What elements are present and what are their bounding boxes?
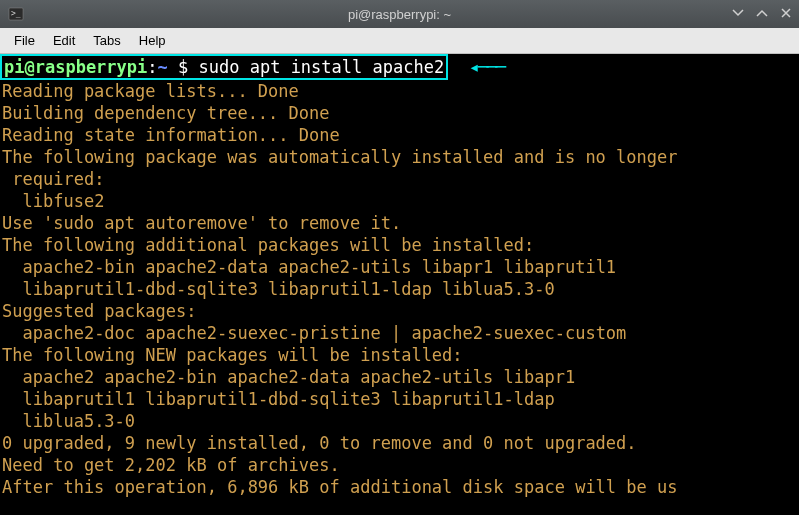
- prompt-dollar: $: [168, 57, 199, 77]
- menubar: File Edit Tabs Help: [0, 28, 799, 54]
- output-line: 0 upgraded, 9 newly installed, 0 to remo…: [0, 432, 799, 454]
- output-line: apache2-doc apache2-suexec-pristine | ap…: [0, 322, 799, 344]
- output-line: The following additional packages will b…: [0, 234, 799, 256]
- menu-tabs[interactable]: Tabs: [85, 29, 128, 52]
- prompt-colon: :: [147, 57, 157, 77]
- command-text: sudo apt install apache2: [199, 57, 445, 77]
- output-line: The following package was automatically …: [0, 146, 799, 168]
- output-line: Need to get 2,202 kB of archives.: [0, 454, 799, 476]
- menu-edit[interactable]: Edit: [45, 29, 83, 52]
- terminal-app-icon: >_: [8, 6, 24, 22]
- menu-help[interactable]: Help: [131, 29, 174, 52]
- command-highlight-box: pi@raspberrypi:~ $ sudo apt install apac…: [0, 54, 448, 80]
- window-title: pi@raspberrypi: ~: [348, 7, 451, 22]
- output-line: apache2-bin apache2-data apache2-utils l…: [0, 256, 799, 278]
- output-line: required:: [0, 168, 799, 190]
- prompt-path: ~: [158, 57, 168, 77]
- output-line: libaprutil1 libaprutil1-dbd-sqlite3 liba…: [0, 388, 799, 410]
- output-line: Use 'sudo apt autoremove' to remove it.: [0, 212, 799, 234]
- output-line: Reading state information... Done: [0, 124, 799, 146]
- output-line: libaprutil1-dbd-sqlite3 libaprutil1-ldap…: [0, 278, 799, 300]
- output-line: liblua5.3-0: [0, 410, 799, 432]
- menu-file[interactable]: File: [6, 29, 43, 52]
- output-line: After this operation, 6,896 kB of additi…: [0, 476, 799, 498]
- minimize-button[interactable]: [731, 7, 745, 22]
- titlebar: >_ pi@raspberrypi: ~: [0, 0, 799, 28]
- output-line: Building dependency tree... Done: [0, 102, 799, 124]
- close-button[interactable]: [779, 7, 793, 22]
- prompt-userhost: pi@raspberrypi: [4, 57, 147, 77]
- output-line: The following NEW packages will be insta…: [0, 344, 799, 366]
- output-line: Suggested packages:: [0, 300, 799, 322]
- svg-text:>_: >_: [11, 9, 21, 18]
- output-line: apache2 apache2-bin apache2-data apache2…: [0, 366, 799, 388]
- terminal-area[interactable]: pi@raspberrypi:~ $ sudo apt install apac…: [0, 54, 799, 515]
- output-line: Reading package lists... Done: [0, 80, 799, 102]
- window-controls: [731, 7, 793, 22]
- maximize-button[interactable]: [755, 7, 769, 22]
- arrow-annotation: ◂───: [469, 56, 504, 78]
- output-line: libfuse2: [0, 190, 799, 212]
